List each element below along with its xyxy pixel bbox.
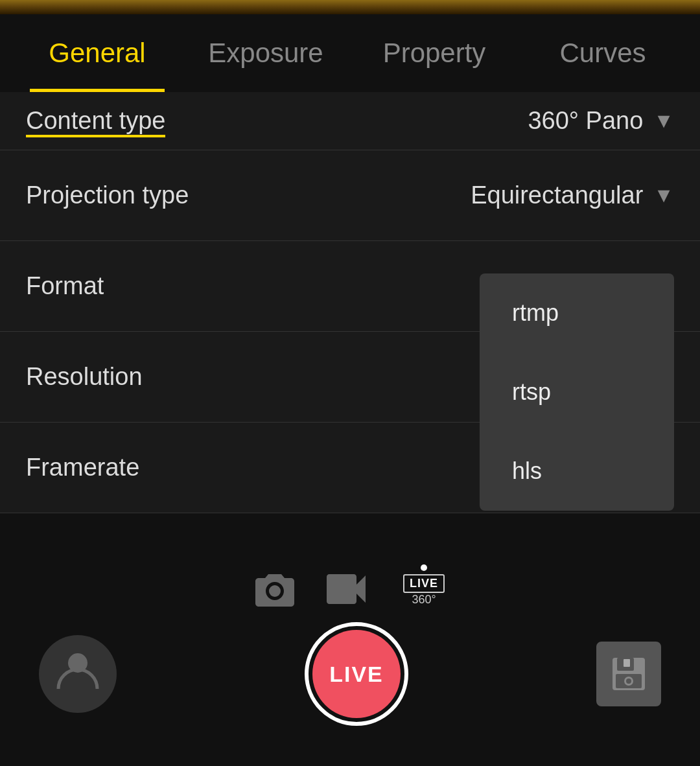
- framerate-label: Framerate: [26, 454, 139, 482]
- live-button[interactable]: LIVE: [305, 622, 408, 726]
- live-button-text: LIVE: [329, 662, 384, 687]
- camera-controls: LIVE 360°: [0, 572, 700, 609]
- profile-avatar[interactable]: [39, 635, 117, 713]
- setting-row-content-type[interactable]: Content type 360° Pano ▼: [0, 92, 700, 150]
- tab-curves[interactable]: Curves: [519, 14, 687, 92]
- format-label: Format: [26, 272, 104, 300]
- camera-video-icon[interactable]: [327, 574, 371, 607]
- live-360-mode-icon[interactable]: LIVE 360°: [403, 574, 445, 607]
- format-dropdown-popup: rtmp rtsp hls: [480, 273, 674, 511]
- live-button-outer: LIVE: [305, 622, 408, 726]
- save-button[interactable]: [596, 642, 661, 706]
- content-type-label: Content type: [26, 107, 165, 135]
- format-option-rtsp[interactable]: rtsp: [480, 353, 674, 432]
- dot-indicator: [421, 564, 427, 571]
- format-option-rtmp[interactable]: rtmp: [480, 273, 674, 353]
- projection-type-label: Projection type: [26, 181, 189, 209]
- tab-exposure[interactable]: Exposure: [181, 14, 350, 92]
- live-badge: LIVE: [403, 574, 445, 593]
- resolution-label: Resolution: [26, 363, 143, 391]
- bottom-bar: LIVE 360° LIVE: [0, 559, 700, 766]
- content-type-dropdown-arrow: ▼: [653, 109, 674, 133]
- tab-bar: General Exposure Property Curves: [0, 14, 700, 92]
- three-sixty-label: 360°: [412, 593, 436, 607]
- projection-type-dropdown-arrow: ▼: [653, 183, 674, 207]
- content-type-value: 360° Pano ▼: [528, 107, 674, 135]
- bottom-actions: LIVE: [0, 616, 700, 732]
- settings-list: Content type 360° Pano ▼ Projection type…: [0, 92, 700, 513]
- camera-photo-icon[interactable]: [255, 572, 294, 609]
- format-option-hls[interactable]: hls: [480, 432, 674, 511]
- top-image-strip: [0, 0, 700, 14]
- projection-type-value: Equirectangular ▼: [471, 181, 674, 209]
- tab-general[interactable]: General: [13, 14, 181, 92]
- setting-row-projection-type[interactable]: Projection type Equirectangular ▼: [0, 150, 700, 241]
- svg-rect-5: [624, 659, 630, 667]
- setting-row-format[interactable]: Format ▼ rtmp rtsp hls: [0, 241, 700, 332]
- svg-point-7: [626, 679, 631, 684]
- live-button-inner[interactable]: LIVE: [312, 630, 401, 718]
- tab-property[interactable]: Property: [350, 14, 519, 92]
- avatar-icon: [55, 647, 100, 701]
- svg-point-0: [269, 585, 281, 597]
